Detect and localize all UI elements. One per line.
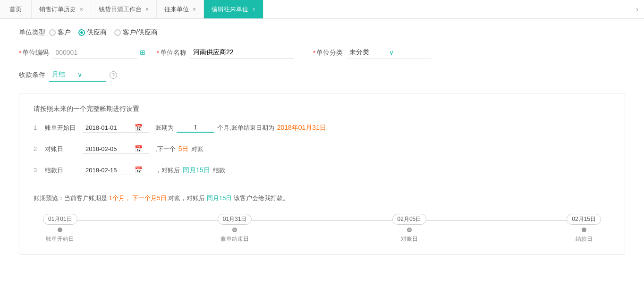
timeline-point-2: 02月05日 对账日: [392, 214, 427, 243]
tl-dot-2: [407, 228, 412, 232]
step-1-desc-suffix: 个月,账单结束日期为: [217, 124, 274, 132]
step-2-date-input[interactable]: [85, 145, 133, 152]
step-1-row: 1 账单开始日 📅 账期为 个月,账单结束日期为 2018年01月31日: [34, 123, 610, 133]
step-1-label: 账单开始日: [45, 124, 83, 132]
timeline-items: 01月01日 账单开始日 01月31日 账单结束日 02月05日: [43, 214, 601, 243]
step-1-num: 1: [34, 124, 45, 131]
step-3-num: 3: [34, 167, 45, 174]
step-3-desc-prefix: ，对账后: [155, 166, 180, 175]
preview-2-orange: 下一个月5日: [132, 194, 166, 202]
unit-type-row: 单位类型 客户 供应商 客户/供应商: [19, 28, 625, 37]
preview-text: 账期预览：当前客户账期是 1个月， 下一个月5日 对账，对账后 同月15日 该客…: [34, 194, 610, 203]
close-tab-edit-unit[interactable]: ×: [252, 6, 255, 13]
timeline-point-1: 01月31日 账单结束日: [218, 214, 252, 243]
tl-label-1: 账单结束日: [220, 235, 249, 243]
copy-icon[interactable]: ⊞: [140, 49, 145, 56]
unit-name-input[interactable]: [190, 47, 294, 59]
step-1-date-input[interactable]: [85, 124, 133, 131]
tl-badge-3: 02月15日: [567, 214, 601, 225]
tl-label-2: 对账日: [401, 235, 418, 243]
step-3-label: 结款日: [45, 166, 83, 175]
step-2-label: 对账日: [45, 145, 83, 153]
step-3-date-wrap: 📅: [83, 165, 149, 175]
step-2-date-wrap: 📅: [83, 144, 149, 154]
tl-badge-1: 01月31日: [218, 214, 252, 225]
tl-connector-3: [426, 220, 567, 221]
timeline: 01月01日 账单开始日 01月31日 账单结束日 02月05日: [34, 214, 610, 243]
tab-home[interactable]: 首页: [0, 0, 32, 18]
required-star-name: *: [156, 49, 159, 57]
unit-type-label: 单位类型: [19, 28, 45, 37]
step-2-desc-prefix: ,下一个: [155, 145, 176, 153]
unit-name-label: 单位名称: [160, 49, 186, 57]
preview-middle: 对账，对账后: [168, 194, 205, 202]
preview-label: 账期预览：当前客户账期是: [34, 194, 107, 202]
step-2-desc-suffix: 对账: [191, 145, 203, 153]
tab-sales-history[interactable]: 销售订单历史 ×: [32, 0, 91, 18]
tab-units[interactable]: 往来单位 ×: [157, 0, 204, 18]
tab-cash-work[interactable]: 钱货日清工作台 ×: [91, 0, 157, 18]
radio-customer[interactable]: 客户: [49, 28, 71, 37]
timeline-point-3: 02月15日 结款日: [567, 214, 601, 243]
unit-code-input-wrap: ⊞: [52, 47, 137, 59]
unit-fields-row: * 单位编码 ⊞ * 单位名称 * 单位分类 未分类 ∨: [19, 46, 625, 59]
close-tab-cash[interactable]: ×: [145, 6, 149, 13]
step-3-highlight: 同月15日: [183, 166, 210, 175]
unit-category-select[interactable]: 未分类 ∨: [347, 46, 432, 59]
step-1-cal-icon[interactable]: 📅: [135, 124, 143, 131]
preview-1-orange: 1个月，: [109, 194, 131, 202]
help-icon[interactable]: ?: [110, 71, 117, 79]
preview-teal: 同月15日: [207, 194, 232, 202]
tl-label-3: 结款日: [576, 235, 593, 243]
payment-condition-label: 收款条件: [19, 71, 45, 79]
unit-category-group: * 单位分类 未分类 ∨: [313, 46, 432, 59]
main-content: 单位类型 客户 供应商 客户/供应商 * 单位编码 ⊞: [0, 19, 644, 287]
step-1-desc-prefix: 账期为: [155, 124, 174, 132]
tab-more-button[interactable]: ›: [630, 5, 644, 14]
tl-label-0: 账单开始日: [46, 235, 74, 243]
tl-dot-0: [58, 228, 62, 232]
unit-code-input[interactable]: [55, 49, 138, 56]
preview-end: 该客户会给我打款。: [234, 194, 289, 202]
tl-dot-1: [232, 228, 237, 232]
required-star-code: *: [19, 49, 21, 57]
step-2-highlight: 5日: [178, 145, 189, 153]
radio-both[interactable]: 客户/供应商: [114, 28, 158, 37]
close-tab-sales[interactable]: ×: [80, 6, 83, 13]
required-star-category: *: [313, 49, 315, 57]
step-3-desc-suffix: 结款: [213, 166, 225, 175]
tl-connector-2: [252, 220, 392, 221]
category-chevron-icon: ∨: [389, 49, 429, 56]
timeline-point-0: 01月01日 账单开始日: [43, 214, 77, 243]
unit-category-label: 单位分类: [316, 49, 343, 57]
unit-code-label: 单位编码: [22, 49, 49, 57]
step-3-date-input[interactable]: [85, 167, 133, 174]
preview-section: 账期预览：当前客户账期是 1个月， 下一个月5日 对账，对账后 同月15日 该客…: [34, 186, 610, 243]
step-1-date-wrap: 📅: [83, 123, 149, 133]
close-tab-units[interactable]: ×: [193, 6, 196, 13]
payment-condition-row: 收款条件 月结 ∨ ?: [19, 68, 625, 82]
step-2-num: 2: [34, 145, 45, 152]
radio-group-unit-type: 客户 供应商 客户/供应商: [49, 28, 158, 37]
settings-box: 请按照未来的一个完整帐期进行设置 1 账单开始日 📅 账期为 个月,账单结束日期…: [19, 93, 625, 255]
step-3-cal-icon[interactable]: 📅: [135, 166, 143, 174]
tl-badge-0: 01月01日: [43, 214, 77, 225]
tl-connector-1: [77, 220, 218, 221]
unit-name-group: * 单位名称: [156, 47, 294, 59]
payment-condition-select[interactable]: 月结 ∨: [49, 68, 106, 82]
period-input[interactable]: [177, 123, 214, 133]
step-3-row: 3 结款日 📅 ，对账后 同月15日 结款: [34, 165, 610, 175]
radio-circle-supplier: [78, 29, 85, 36]
settings-title: 请按照未来的一个完整帐期进行设置: [34, 105, 610, 113]
step-2-cal-icon[interactable]: 📅: [135, 145, 143, 152]
step-1-highlight: 2018年01月31日: [277, 124, 326, 132]
tab-edit-unit[interactable]: 编辑往来单位 ×: [204, 0, 263, 18]
tab-bar: 首页 销售订单历史 × 钱货日清工作台 × 往来单位 × 编辑往来单位 × ›: [0, 0, 644, 19]
step-2-row: 2 对账日 📅 ,下一个 5日 对账: [34, 144, 610, 154]
tl-badge-2: 02月05日: [392, 214, 427, 225]
radio-circle-both: [114, 29, 121, 36]
radio-circle-customer: [49, 29, 56, 36]
radio-supplier[interactable]: 供应商: [78, 28, 107, 37]
tl-dot-3: [582, 228, 586, 232]
unit-code-group: * 单位编码 ⊞: [19, 47, 137, 59]
